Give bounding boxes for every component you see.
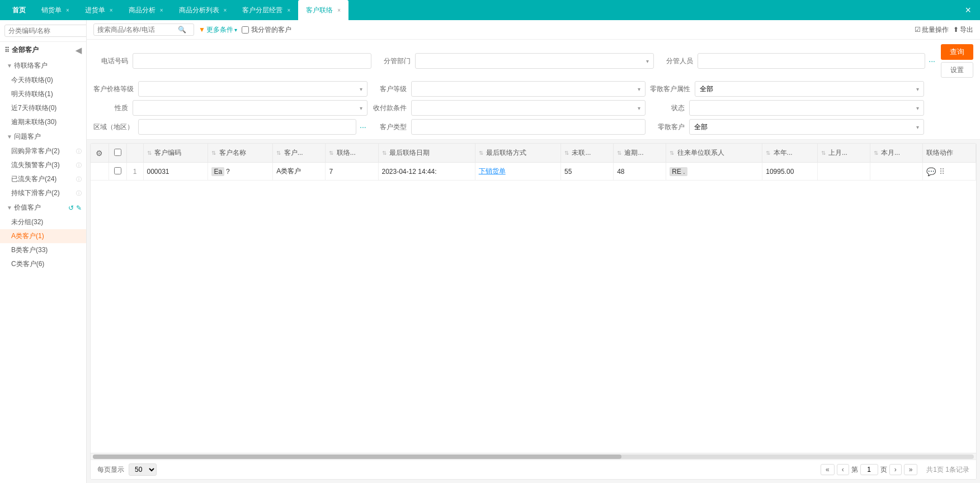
message-action-icon[interactable]: 💬: [926, 167, 936, 176]
scrollbar-track[interactable]: [93, 454, 974, 459]
sidebar-item-class-b[interactable]: B类客户(33): [0, 243, 86, 257]
tab-purchase-order[interactable]: 进货单 ×: [77, 0, 121, 20]
sidebar-item-overdue-contact[interactable]: 逾期未联络(30): [0, 115, 86, 129]
per-page-select[interactable]: 50 100 200: [129, 463, 157, 476]
sidebar-item-7days-pending[interactable]: 近7天待联络(0): [0, 101, 86, 115]
first-page-button[interactable]: «: [821, 464, 835, 475]
row-customer-name: Ea?: [208, 163, 273, 181]
tab-home[interactable]: 首页: [4, 0, 34, 20]
tab-sales-order[interactable]: 销货单 ×: [34, 0, 77, 20]
prev-page-button[interactable]: ‹: [837, 464, 849, 475]
col-this-month[interactable]: ⇅ 本月...: [870, 144, 922, 163]
tab-customer-contact[interactable]: 客户联络 ×: [298, 0, 348, 20]
col-contact-person[interactable]: ⇅ 往来单位联系人: [666, 144, 762, 163]
select-payment[interactable]: ▾: [411, 100, 646, 116]
input-region[interactable]: [138, 119, 356, 135]
select-retail-attr[interactable]: 全部 ▾: [695, 81, 924, 97]
sidebar-item-class-a[interactable]: A类客户(1): [0, 229, 86, 243]
last-contact-link[interactable]: 下销货单: [479, 167, 506, 175]
col-contact-count[interactable]: ⇅ 联络...: [326, 144, 378, 163]
col-last-month[interactable]: ⇅ 上月...: [817, 144, 870, 163]
close-product-analysis-icon[interactable]: ×: [160, 7, 163, 13]
select-status[interactable]: ▾: [689, 100, 924, 116]
select-price-grade[interactable]: ▾: [138, 81, 368, 97]
sidebar-search-input[interactable]: [4, 25, 87, 37]
last-page-button[interactable]: »: [904, 464, 918, 475]
label-status: 状态: [650, 103, 689, 113]
export-button[interactable]: ⬆ 导出: [953, 25, 973, 35]
table-scroll[interactable]: ⚙ ⇅ 客户编码 ⇅ 客户名: [91, 144, 976, 453]
col-last-contact-date[interactable]: ⇅ 最后联络日期: [378, 144, 475, 163]
filter-nature: 性质 ▾: [93, 100, 368, 116]
tab-product-analysis[interactable]: 商品分析 ×: [121, 0, 171, 20]
close-customer-tier-icon[interactable]: ×: [287, 7, 290, 13]
col-last-contact-method[interactable]: ⇅ 最后联络方式: [475, 144, 560, 163]
col-settings[interactable]: ⚙: [91, 144, 109, 163]
filter-payment: 收付款条件 ▾: [372, 100, 646, 116]
sidebar-all-customers[interactable]: ⠿ 全部客户 ◀: [0, 42, 86, 58]
col-uncontacted[interactable]: ⇅ 未联...: [561, 144, 614, 163]
query-button[interactable]: 查询: [941, 44, 973, 60]
filter-search-icon[interactable]: 🔍: [178, 26, 186, 34]
batch-operation-button[interactable]: ☑ 批量操作: [915, 25, 949, 35]
sidebar-item-churned[interactable]: 已流失客户(24) ⓘ: [0, 172, 86, 186]
settings-button[interactable]: 设置: [941, 62, 973, 78]
col-customer-name[interactable]: ⇅ 客户名称: [208, 144, 273, 163]
tab-product-analysis-list[interactable]: 商品分析列表 ×: [171, 0, 235, 20]
chevron-retail-attr-icon: ▾: [916, 86, 919, 92]
next-page-button[interactable]: ›: [889, 464, 902, 475]
refresh-icon[interactable]: ↺: [68, 204, 74, 212]
close-product-analysis-list-icon[interactable]: ×: [224, 7, 227, 13]
my-customers-checkbox-label[interactable]: 我分管的客户: [242, 25, 291, 35]
select-nature[interactable]: ▾: [133, 100, 368, 116]
label-retail-customer: 零散客户: [650, 122, 689, 132]
select-dept[interactable]: ▾: [415, 53, 654, 69]
sidebar-item-repurchase-anomaly[interactable]: 回购异常客户(2) ⓘ: [0, 144, 86, 158]
close-sales-order-icon[interactable]: ×: [66, 7, 69, 13]
page-number-input[interactable]: [860, 464, 878, 475]
sidebar-item-tomorrow-pending[interactable]: 明天待联络(1): [0, 87, 86, 101]
sort-icon: ⇅: [479, 150, 483, 156]
region-dots-button[interactable]: ···: [359, 122, 368, 131]
input-phone[interactable]: [133, 53, 371, 69]
sidebar-item-declining[interactable]: 持续下滑客户(2) ⓘ: [0, 186, 86, 200]
manager-dots-button[interactable]: ···: [927, 56, 936, 65]
sidebar-group-value-customers[interactable]: ▼ 价值客户 ↺ ✎: [0, 200, 86, 215]
col-customer-type[interactable]: ⇅ 客户...: [273, 144, 326, 163]
filter-region: 区域（地区） ···: [93, 119, 368, 135]
sort-icon: ⇅: [670, 150, 674, 156]
select-all-checkbox[interactable]: [114, 149, 121, 156]
row-checkbox: [109, 163, 126, 181]
row-select-checkbox[interactable]: [114, 167, 121, 174]
sidebar-item-ungrouped[interactable]: 未分组(32): [0, 215, 86, 229]
col-this-year[interactable]: ⇅ 本年...: [762, 144, 817, 163]
col-customer-code[interactable]: ⇅ 客户编码: [143, 144, 208, 163]
input-customer-type[interactable]: [411, 119, 646, 135]
my-customers-checkbox[interactable]: [242, 26, 249, 34]
filter-search-input[interactable]: [97, 26, 176, 34]
table-settings-icon[interactable]: ⚙: [96, 149, 103, 158]
input-manager[interactable]: [698, 53, 925, 69]
scrollbar-thumb[interactable]: [93, 454, 621, 459]
tab-customer-tier[interactable]: 客户分层经营 ×: [234, 0, 298, 20]
collapse-sidebar-icon[interactable]: ◀: [76, 46, 82, 55]
sidebar-item-churn-warning[interactable]: 流失预警客户(3) ⓘ: [0, 158, 86, 172]
select-customer-grade[interactable]: ▾: [411, 81, 646, 97]
filter-dept: 分管部门 ▾: [376, 53, 654, 69]
sidebar-group-pending-contact[interactable]: ▼ 待联络客户: [0, 58, 86, 73]
select-retail-customer[interactable]: 全部 ▾: [689, 119, 924, 135]
sidebar-group-problem-customers[interactable]: ▼ 问题客户: [0, 129, 86, 144]
more-conditions-button[interactable]: ▼ 更多条件 ▾: [199, 25, 237, 35]
horizontal-scrollbar[interactable]: [91, 453, 976, 460]
qr-action-icon[interactable]: ⠿: [939, 167, 945, 176]
sidebar-item-class-c[interactable]: C类客户(6): [0, 257, 86, 271]
col-overdue[interactable]: ⇅ 逾期...: [614, 144, 666, 163]
close-customer-contact-icon[interactable]: ×: [337, 7, 341, 13]
info-icon: ⓘ: [76, 162, 82, 169]
sidebar-item-today-pending[interactable]: 今天待联络(0): [0, 73, 86, 87]
sort-icon: ⇅: [821, 150, 826, 156]
edit-icon[interactable]: ✎: [76, 204, 82, 212]
close-purchase-order-icon[interactable]: ×: [110, 7, 113, 13]
close-all-button[interactable]: ×: [960, 4, 976, 16]
filter-row-3: 性质 ▾ 收付款条件 ▾ 状态: [93, 100, 973, 116]
